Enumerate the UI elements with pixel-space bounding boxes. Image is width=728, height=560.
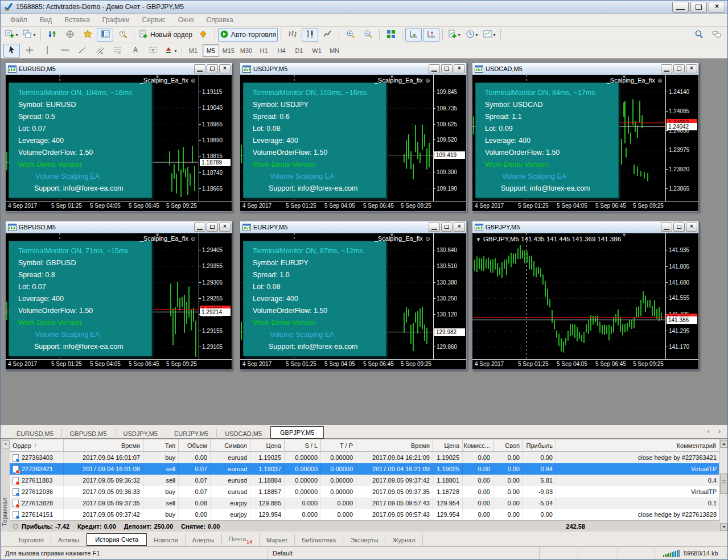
terminal-tab-0[interactable]: Торговля bbox=[11, 534, 51, 546]
timeframe-h1-button[interactable]: H1 bbox=[256, 44, 272, 57]
zoom-out-button[interactable] bbox=[360, 28, 376, 42]
candlestick-chart-button[interactable] bbox=[302, 28, 318, 42]
column-header-sl[interactable]: S / L bbox=[285, 439, 321, 451]
timeframe-m1-button[interactable]: M1 bbox=[185, 44, 201, 57]
chart-restore-button[interactable] bbox=[673, 64, 685, 73]
column-header-swap[interactable]: Своп bbox=[493, 439, 523, 451]
terminal-button[interactable] bbox=[97, 28, 113, 42]
time-axis[interactable]: 4 Sep 20175 Sep 01:255 Sep 04:055 Sep 06… bbox=[472, 201, 698, 211]
scrollbar-thumb[interactable] bbox=[720, 473, 727, 494]
text-label-button[interactable]: T bbox=[145, 44, 161, 57]
app-close-button[interactable]: × bbox=[709, 2, 725, 13]
terminal-tab-9[interactable]: Журнал bbox=[385, 534, 422, 546]
menu-item-6[interactable]: Справка bbox=[200, 15, 240, 25]
terminal-tab-3[interactable]: Новости bbox=[147, 534, 186, 546]
chart-tab-gbpjpy[interactable]: GBPJPY,M5 bbox=[270, 426, 324, 439]
terminal-tab-6[interactable]: Маркет bbox=[260, 534, 295, 546]
app-titlebar[interactable]: 1568885: Activtrades-Demo - Демо Счет - … bbox=[1, 1, 727, 14]
chart-plot-area[interactable]: 141.935141.805141.680141.555141.425141.2… bbox=[472, 233, 698, 369]
timeframe-d1-button[interactable]: D1 bbox=[291, 44, 307, 57]
status-profile[interactable]: Default bbox=[268, 547, 540, 559]
chart-restore-button[interactable] bbox=[207, 223, 218, 232]
line-chart-button[interactable] bbox=[319, 28, 336, 42]
chart-window-titlebar[interactable]: GBPJPY,M5× bbox=[472, 221, 698, 233]
price-axis[interactable]: 141.935141.805141.680141.555141.425141.2… bbox=[665, 233, 698, 359]
column-header-comment[interactable]: Комментарий bbox=[556, 439, 719, 451]
arrow-shapes-button[interactable]: ▾ bbox=[162, 44, 179, 57]
fibonacci-button[interactable]: F bbox=[109, 44, 126, 57]
terminal-close-button[interactable]: × bbox=[2, 440, 10, 448]
chart-plot-area[interactable]: 1.294051.293551.293051.292551.292051.291… bbox=[6, 233, 232, 369]
column-header-order[interactable]: Ордер/ bbox=[10, 439, 64, 451]
chart-window-titlebar[interactable]: GBPUSD,M5× bbox=[6, 221, 232, 233]
trendline-button[interactable] bbox=[74, 44, 91, 57]
chart-window-titlebar[interactable]: EURUSD,M5× bbox=[6, 63, 232, 75]
chart-tab-usdcad[interactable]: USDCAD,M5 bbox=[217, 429, 270, 439]
timeframe-m5-button[interactable]: M5 bbox=[203, 44, 219, 57]
app-minimize-button[interactable] bbox=[672, 2, 689, 13]
chart-plot-area[interactable]: 109.845109.735109.625109.520109.300109.1… bbox=[240, 75, 466, 211]
chat-button[interactable] bbox=[708, 28, 725, 42]
column-header-close_time[interactable]: Время bbox=[356, 439, 433, 451]
menu-item-2[interactable]: Вставка bbox=[58, 15, 96, 25]
vertical-line-button[interactable] bbox=[39, 44, 55, 57]
menu-item-5[interactable]: Окно bbox=[172, 15, 200, 25]
column-header-symbol[interactable]: Символ bbox=[211, 439, 250, 451]
chart-tab-eurusd[interactable]: EURUSD,M5 bbox=[9, 429, 62, 439]
column-header-commission[interactable]: Комисс... bbox=[463, 439, 493, 451]
search-button[interactable] bbox=[690, 28, 707, 42]
timeframe-h4-button[interactable]: H4 bbox=[273, 44, 290, 57]
table-row[interactable]: 2273634032017.09.04 16:01:07buy0.00eurus… bbox=[10, 452, 719, 463]
chart-close-button[interactable]: × bbox=[454, 64, 465, 73]
chart-shift-button[interactable] bbox=[423, 28, 439, 42]
chart-minimize-button[interactable] bbox=[194, 64, 205, 73]
time-axis[interactable]: 4 Sep 20175 Sep 01:255 Sep 04:055 Sep 06… bbox=[6, 201, 232, 211]
time-axis[interactable]: 4 Sep 20175 Sep 01:255 Sep 04:055 Sep 06… bbox=[6, 359, 232, 369]
terminal-tab-2[interactable]: История Счета bbox=[87, 533, 147, 546]
chart-close-button[interactable]: × bbox=[219, 64, 231, 73]
column-header-price[interactable]: Цена bbox=[250, 439, 285, 451]
autotrading-button[interactable]: Авто-торговля bbox=[218, 28, 278, 42]
chart-window-titlebar[interactable]: USDCAD,M5× bbox=[472, 63, 698, 75]
scroll-down-icon[interactable] bbox=[720, 523, 727, 531]
bar-chart-button[interactable] bbox=[284, 28, 301, 42]
new-order-button[interactable]: Новый ордер bbox=[137, 28, 194, 42]
chart-minimize-button[interactable] bbox=[194, 223, 205, 232]
time-axis[interactable]: 4 Sep 20175 Sep 01:255 Sep 04:055 Sep 06… bbox=[240, 359, 466, 369]
indicators-button[interactable]: ▾ bbox=[446, 28, 462, 42]
profiles-button[interactable]: ▾ bbox=[21, 28, 38, 42]
menu-item-3[interactable]: Графики bbox=[96, 15, 136, 25]
new-chart-button[interactable]: ▾ bbox=[3, 28, 20, 42]
chart-plot-area[interactable]: 1.191151.190401.189651.188901.188151.187… bbox=[6, 75, 232, 211]
table-row[interactable]: 2276120362017.09.05 09:36:33buy0.07eurus… bbox=[10, 486, 719, 497]
horizontal-line-button[interactable] bbox=[56, 44, 73, 57]
time-axis[interactable]: 4 Sep 20175 Sep 01:255 Sep 04:055 Sep 06… bbox=[472, 359, 698, 369]
column-header-open_time[interactable]: Время bbox=[64, 439, 143, 451]
price-axis[interactable]: 130.640130.510130.380130.250130.120129.8… bbox=[433, 233, 466, 359]
chart-plot-area[interactable]: 130.640130.510130.380130.250130.120129.8… bbox=[240, 233, 466, 369]
zoom-in-button[interactable] bbox=[342, 28, 359, 42]
terminal-tab-4[interactable]: Алерты bbox=[186, 534, 222, 546]
data-window-button[interactable] bbox=[61, 28, 78, 42]
chart-restore-button[interactable] bbox=[441, 64, 453, 73]
timeframe-m30-button[interactable]: M30 bbox=[238, 44, 254, 57]
column-header-type[interactable]: Тип bbox=[143, 439, 179, 451]
scroll-up-icon[interactable] bbox=[720, 440, 727, 448]
table-row[interactable]: 2276138282017.09.05 09:37:35sell0.08eurj… bbox=[10, 497, 719, 509]
chart-restore-button[interactable] bbox=[441, 223, 453, 232]
menu-item-1[interactable]: Вид bbox=[34, 15, 59, 25]
chart-minimize-button[interactable] bbox=[429, 223, 440, 232]
column-header-volume[interactable]: Объем bbox=[179, 439, 211, 451]
price-axis[interactable]: 1.294051.293551.293051.292551.292051.291… bbox=[199, 233, 232, 359]
chart-close-button[interactable]: × bbox=[686, 223, 697, 232]
chart-close-button[interactable]: × bbox=[686, 64, 697, 73]
terminal-tab-7[interactable]: Библиотека bbox=[295, 534, 343, 546]
menu-item-4[interactable]: Сервис bbox=[136, 15, 172, 25]
chart-restore-button[interactable] bbox=[207, 64, 218, 73]
tab-scroll-icons[interactable]: ‹ › bbox=[708, 427, 724, 435]
chart-restore-button[interactable] bbox=[673, 223, 685, 232]
auto-scroll-button[interactable] bbox=[405, 28, 422, 42]
terminal-tab-5[interactable]: Почта14 bbox=[222, 533, 260, 546]
metaeditor-button[interactable] bbox=[195, 28, 212, 42]
text-button[interactable]: A bbox=[127, 44, 143, 57]
